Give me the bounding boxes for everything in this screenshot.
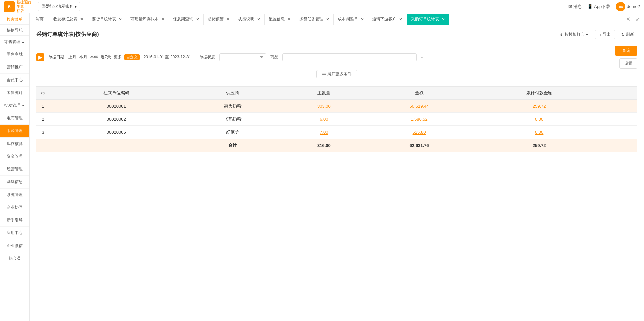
tab-purchase-order-summary[interactable]: 采购订单统计表 ✕ (407, 14, 449, 25)
tab-config-info[interactable]: 配置信息 ✕ (265, 14, 295, 25)
top-right: ✉ 消息 📱 App下载 Ea demo2 (568, 2, 640, 11)
status-filter-label: 单据状态 (199, 54, 215, 60)
row-paid[interactable]: 0.00 (473, 113, 606, 126)
tab-close-overstock-warning[interactable]: ✕ (226, 17, 230, 22)
tab-close-invite-downstream[interactable]: ✕ (399, 17, 402, 22)
shortcut-last-7-days[interactable]: 近7天 (101, 54, 111, 60)
goods-input[interactable] (282, 53, 417, 61)
col-paid: 累计付款金额 (473, 87, 606, 100)
sidebar-item-enterprise-wechat[interactable]: 企业微信 (0, 239, 29, 252)
sidebar-item-ecommerce-mgmt[interactable]: 电商管理 (0, 112, 29, 125)
tab-close-receive-summary[interactable]: ✕ (80, 17, 84, 22)
shortcut-this-year[interactable]: 本年 (90, 54, 98, 60)
sidebar-item-retail-mgmt[interactable]: 零售管理 ▲ (0, 36, 29, 48)
filter-toggle-button[interactable]: ▶ (36, 53, 44, 61)
print-button[interactable]: 🖨 按模板打印 ▾ (555, 30, 592, 39)
tab-bar: 首页 收发存汇总表 ✕ 要货单统计表 ✕ 可用量库存账本 ✕ 保质期查询 ✕ 超… (30, 13, 644, 25)
tab-available-inventory[interactable]: 可用量库存账本 ✕ (126, 14, 169, 25)
tab-demand-summary[interactable]: 要货单统计表 ✕ (88, 14, 126, 25)
sidebar-item-basic-info[interactable]: 基础信息 (0, 176, 29, 189)
sidebar-nav[interactable]: 快捷导航 (0, 25, 29, 36)
user-menu[interactable]: Ea demo2 (616, 2, 640, 11)
col-amount: 金额 (366, 87, 473, 100)
data-table: ⚙ 往来单位编码 供应商 主数量 金额 累计付款金额 1 (36, 86, 637, 152)
row-no: 1 (36, 100, 50, 113)
shortcut-custom[interactable]: 自定义 (124, 54, 140, 60)
tab-expiry-query[interactable]: 保质期查询 ✕ (169, 14, 204, 25)
settings-icon[interactable]: ⚙ (41, 91, 45, 96)
sidebar-item-member-center[interactable]: 会员中心 (0, 74, 29, 87)
col-code: 往来单位编码 (50, 87, 183, 100)
row-no: 3 (36, 126, 50, 139)
tab-close-cost-adjust[interactable]: ✕ (361, 17, 364, 22)
sidebar-item-member[interactable]: 畅会员 (0, 252, 29, 265)
sidebar-item-app-center[interactable]: 应用中心 (0, 227, 29, 239)
expand-conditions-button[interactable]: ▾▾ 展开更多条件 (316, 70, 357, 78)
sidebar-item-system-mgmt[interactable]: 系统管理 (0, 189, 29, 201)
row-quantity[interactable]: 6.00 (282, 113, 366, 126)
tab-close-expiry-query[interactable]: ✕ (196, 17, 199, 22)
sidebar-item-enterprise-collab[interactable]: 企业协同 (0, 201, 29, 214)
status-select[interactable] (219, 53, 266, 61)
tab-close-available-inventory[interactable]: ✕ (161, 17, 165, 22)
row-amount[interactable]: 525.80 (366, 126, 473, 139)
tab-home[interactable]: 首页 (30, 14, 49, 25)
row-paid[interactable]: 0.00 (473, 126, 606, 139)
footer-quantity: 316.00 (282, 139, 366, 152)
tab-receive-summary[interactable]: 收发存汇总表 ✕ (49, 14, 88, 25)
row-supplier: 惠氏奶粉 (183, 100, 282, 113)
shortcut-more[interactable]: 更多 (114, 54, 122, 60)
tab-overstock-warning[interactable]: 超储预警 ✕ (204, 14, 234, 25)
tab-close-purchase-order-summary[interactable]: ✕ (442, 17, 445, 22)
tab-cost-adjust[interactable]: 成本调整单 ✕ (334, 14, 368, 25)
sidebar-item-marketing[interactable]: 营销推广 (0, 61, 29, 74)
sidebar-item-operations-mgmt[interactable]: 经营管理 (0, 163, 29, 176)
sidebar-item-retail-stats[interactable]: 零售统计 (0, 87, 29, 99)
row-paid[interactable]: 259.72 (473, 100, 606, 113)
col-extra (606, 87, 637, 100)
export-button[interactable]: ↑ 导出 (595, 30, 615, 39)
sidebar-item-finance-mgmt[interactable]: 资金管理 (0, 150, 29, 163)
tab-close-all-button[interactable]: ✕ (625, 15, 632, 24)
tab-bar-end: ✕ ⤢ (622, 15, 644, 24)
tab-pick-task-mgmt[interactable]: 拣货任务管理 ✕ (295, 14, 334, 25)
refresh-button[interactable]: ↻ 刷新 (618, 30, 637, 39)
shortcut-this-month[interactable]: 本月 (79, 54, 87, 60)
table-row: 2 00020002 飞鹤奶粉 6.00 1,586.52 0.00 (36, 113, 637, 126)
shortcut-last-month[interactable]: 上月 (68, 54, 76, 60)
sidebar-item-wholesale-mgmt[interactable]: 批发管理 ▼ (0, 99, 29, 112)
tab-close-feature-desc[interactable]: ✕ (257, 17, 260, 22)
tab-feature-desc[interactable]: 功能说明 ✕ (234, 14, 265, 25)
table-row: 1 00020001 惠氏奶粉 303.00 60,519.44 259.72 (36, 100, 637, 113)
row-quantity[interactable]: 7.00 (282, 126, 366, 139)
sidebar-item-inventory-check[interactable]: 库存核算 (0, 138, 29, 150)
row-amount[interactable]: 1,586.52 (366, 113, 473, 126)
page-title: 采购订单统计表(按供应商) (36, 31, 99, 38)
row-amount[interactable]: 60,519.44 (366, 100, 473, 113)
col-settings[interactable]: ⚙ (36, 87, 50, 100)
tab-restore-button[interactable]: ⤢ (634, 15, 641, 24)
row-quantity[interactable]: 303.00 (282, 100, 366, 113)
settings-button[interactable]: 设置 (619, 58, 637, 69)
logo: 6 畅捷通好生意 标版 (4, 0, 34, 13)
sidebar-search[interactable]: 搜索菜单 (0, 13, 29, 25)
sidebar-item-new-guide[interactable]: 新手引导 (0, 214, 29, 227)
row-supplier: 飞鹤奶粉 (183, 113, 282, 126)
tab-close-config-info[interactable]: ✕ (287, 17, 291, 22)
message-button[interactable]: ✉ 消息 (568, 4, 582, 10)
tab-close-pick-task-mgmt[interactable]: ✕ (326, 17, 329, 22)
app-download-button[interactable]: 📱 App下载 (587, 4, 610, 10)
industry-selector[interactable]: 母婴行业演示账套 ▾ (38, 2, 80, 11)
date-shortcuts: 上月 本月 本年 近7天 更多 自定义 (68, 54, 140, 60)
goods-more-icon[interactable]: ··· (421, 55, 425, 60)
query-button[interactable]: 查询 (615, 46, 637, 56)
table-header-row: ⚙ 往来单位编码 供应商 主数量 金额 累计付款金额 (36, 87, 637, 100)
tab-invite-downstream[interactable]: 邀请下游客户 ✕ (368, 14, 407, 25)
tab-close-demand-summary[interactable]: ✕ (119, 17, 122, 22)
table-footer-row: 合计 316.00 62,631.76 259.72 (36, 139, 637, 152)
sidebar-item-retail-store[interactable]: 零售商城 (0, 48, 29, 61)
date-range-container: 2016-01-01 至 2023-12-31 (144, 54, 191, 60)
sidebar-item-purchase-mgmt[interactable]: 采购管理 (0, 125, 29, 138)
footer-label: 合计 (183, 139, 282, 152)
content-area: 首页 收发存汇总表 ✕ 要货单统计表 ✕ 可用量库存账本 ✕ 保质期查询 ✕ 超… (30, 13, 644, 321)
